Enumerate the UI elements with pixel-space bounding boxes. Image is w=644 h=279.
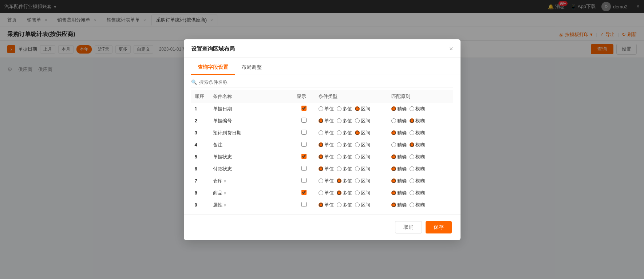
modal-tab-query-fields-label: 查询字段设置 [198, 64, 228, 70]
modal-title: 设置查询区域布局 [191, 46, 235, 52]
modal-close-button[interactable]: × [449, 45, 453, 53]
modal-tab-query-fields[interactable]: 查询字段设置 [191, 62, 235, 75]
search-box: 🔍 [191, 79, 453, 81]
search-input[interactable] [199, 79, 272, 81]
search-icon: 🔍 [191, 79, 197, 81]
settings-modal: 设置查询区域布局 × 查询字段设置 布局调整 🔍 顺序 条件名称 [184, 39, 461, 81]
modal-overlay: 设置查询区域布局 × 查询字段设置 布局调整 🔍 顺序 条件名称 [0, 0, 644, 81]
modal-tab-layout-adjust[interactable]: 布局调整 [235, 62, 268, 75]
modal-tabs: 查询字段设置 布局调整 [184, 58, 461, 75]
modal-header: 设置查询区域布局 × [184, 39, 461, 58]
modal-tab-layout-adjust-label: 布局调整 [241, 64, 262, 70]
